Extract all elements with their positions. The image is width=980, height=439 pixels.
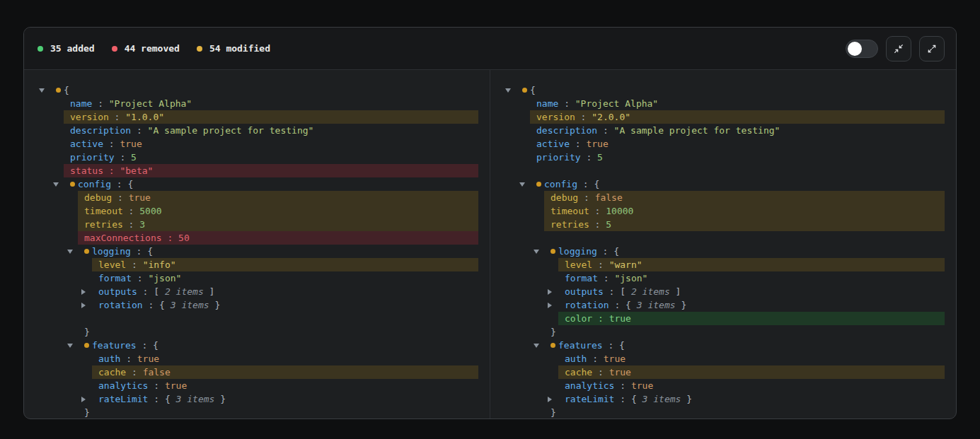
json-value-punct: [	[620, 286, 631, 297]
left-json-tree: {name : "Project Alpha"version : "1.0.0"…	[24, 70, 490, 418]
tree-row: config : {	[505, 177, 945, 191]
json-value-boolean: true	[137, 353, 159, 364]
colon-separator: :	[131, 125, 147, 136]
fullscreen-button[interactable]	[919, 36, 945, 62]
json-value-string: "json"	[148, 273, 181, 283]
tree-row: status : "beta"	[39, 164, 478, 177]
stat-modified-count: 54	[209, 43, 221, 54]
indent-spacer	[39, 245, 67, 258]
tree-row: level : "info"	[39, 258, 478, 271]
tree-row: format : "json"	[39, 271, 478, 285]
caret-down-icon[interactable]	[67, 250, 73, 254]
colon-separator: :	[123, 206, 139, 216]
stat-removed-count: 44	[125, 43, 136, 54]
indent-spacer	[39, 406, 67, 418]
row-content: config : {	[71, 177, 478, 191]
json-key: version	[536, 112, 575, 122]
caret-right-icon[interactable]	[81, 397, 86, 402]
row-content: {	[524, 83, 945, 97]
caret-right-icon[interactable]	[548, 289, 552, 295]
json-key: analytics	[98, 380, 148, 391]
caret-down-icon[interactable]	[67, 344, 73, 348]
json-value-punct: ]	[204, 286, 215, 297]
colon-separator: :	[103, 139, 120, 149]
stat-modified-text: 54 modified	[209, 43, 270, 54]
tree-row: auth : true	[505, 352, 945, 365]
json-value-punct: {	[153, 340, 158, 351]
caret-down-icon[interactable]	[53, 182, 59, 187]
indent-spacer	[505, 245, 534, 258]
json-key: priority	[536, 152, 581, 163]
json-key: description	[70, 125, 131, 136]
colon-separator: :	[120, 353, 137, 364]
toolbar: 35 added 44 removed 54 modified	[24, 28, 956, 70]
indent-spacer	[39, 204, 67, 218]
json-key: retries	[84, 219, 123, 230]
indent-spacer	[505, 218, 534, 231]
indent-spacer	[39, 177, 53, 191]
indent-spacer	[39, 164, 53, 177]
json-value-punct: {	[626, 300, 637, 310]
caret-down-icon[interactable]	[505, 88, 511, 93]
json-key: cache	[565, 367, 592, 377]
tree-row: active : true	[39, 137, 478, 151]
caret-right-icon[interactable]	[81, 303, 86, 308]
colon-separator: :	[162, 233, 178, 243]
caret-right-icon[interactable]	[548, 303, 552, 308]
tree-row: features : {	[505, 339, 945, 352]
colon-separator: :	[103, 165, 120, 176]
json-key: rotation	[98, 300, 143, 310]
json-value-punct: {	[613, 246, 619, 257]
stat-modified: 54 modified	[197, 43, 270, 54]
tree-row: rateLimit : { 3 items }	[505, 392, 945, 406]
json-key: logging	[92, 246, 131, 257]
json-key: timeout	[84, 206, 123, 216]
indent-spacer	[505, 298, 548, 312]
row-content: version : "1.0.0"	[64, 110, 478, 124]
caret-cell	[67, 339, 84, 352]
tree-row-blank	[39, 312, 478, 325]
json-value-punct: [	[154, 286, 165, 297]
toggle-switch[interactable]	[846, 40, 878, 58]
json-value-punct: {	[147, 246, 153, 257]
tree-row: {	[39, 83, 478, 97]
colon-separator: :	[581, 152, 597, 163]
caret-down-icon[interactable]	[534, 344, 539, 348]
row-content: }	[544, 325, 945, 339]
tree-row: level : "warn"	[505, 258, 945, 271]
tree-row: {	[505, 83, 945, 97]
colon-separator: :	[577, 179, 594, 189]
tree-row: features : {	[39, 339, 478, 352]
row-content: }	[78, 325, 478, 339]
indent-spacer	[39, 325, 67, 339]
json-key: debug	[550, 192, 578, 203]
caret-right-icon[interactable]	[81, 289, 86, 295]
json-value-summary: 3 items	[637, 300, 676, 310]
tree-row: name : "Project Alpha"	[39, 97, 478, 110]
colon-separator: :	[126, 367, 142, 377]
tree-row: debug : false	[505, 191, 945, 204]
row-content: format : "json"	[558, 271, 945, 285]
colon-separator: :	[604, 286, 620, 297]
row-content: auth : true	[558, 352, 945, 365]
tree-row: }	[505, 406, 945, 418]
indent-spacer	[39, 191, 67, 204]
json-value-boolean: true	[165, 380, 187, 391]
colon-separator: :	[592, 313, 609, 324]
collapse-button[interactable]	[886, 36, 911, 62]
indent-spacer	[39, 298, 81, 312]
caret-right-icon[interactable]	[548, 397, 552, 402]
tree-row: active : true	[505, 137, 945, 151]
json-value-boolean: true	[129, 192, 151, 203]
caret-down-icon[interactable]	[534, 250, 539, 254]
caret-down-icon[interactable]	[39, 88, 45, 93]
indent-spacer	[505, 339, 534, 352]
tree-row: timeout : 10000	[505, 204, 945, 218]
caret-down-icon[interactable]	[519, 182, 525, 187]
tree-row: retries : 3	[39, 218, 478, 231]
caret-cell	[534, 245, 550, 258]
json-key: config	[544, 179, 577, 189]
indent-spacer	[39, 365, 81, 379]
indent-spacer	[505, 137, 519, 151]
row-content: cache : false	[92, 365, 478, 379]
